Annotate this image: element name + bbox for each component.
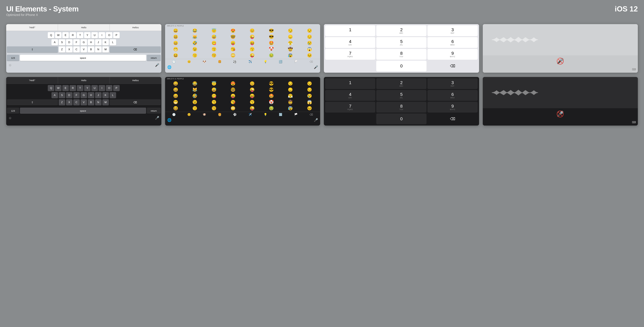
emoji-cell[interactable]: 🤩 <box>262 40 281 46</box>
key-space[interactable]: space <box>20 55 146 61</box>
dark-key-f[interactable]: F <box>73 92 80 98</box>
cat-flag-icon[interactable]: 🏳️ <box>294 60 298 64</box>
key-p[interactable]: P <box>113 32 120 38</box>
dark-key-n[interactable]: N <box>95 99 102 106</box>
key-b[interactable]: B <box>88 46 94 52</box>
key-t[interactable]: T <box>77 32 83 38</box>
dark-key-a[interactable]: A <box>52 92 58 98</box>
emoji-cell[interactable]: 😳 <box>224 52 242 58</box>
globe-icon-light[interactable]: 🌐 <box>167 65 172 69</box>
cat-activity-icon[interactable]: ⚽ <box>233 60 236 64</box>
cat-symbol-icon[interactable]: 🔣 <box>279 60 282 64</box>
dark-key-x[interactable]: X <box>66 99 72 106</box>
key-d[interactable]: D <box>66 39 72 46</box>
dial-key-9[interactable]: 9 WXYZ <box>428 49 478 60</box>
emoji-cell-d[interactable]: 😜 <box>243 105 262 111</box>
emoji-cell-d[interactable]: 😁 <box>166 99 185 105</box>
dark-key-i[interactable]: I <box>99 85 105 91</box>
autocomplete-item-dark-1[interactable]: "Helli" <box>6 77 58 84</box>
autocomplete-item-3[interactable]: Hellos <box>110 24 162 31</box>
dark-key-t[interactable]: T <box>77 85 83 91</box>
dark-cat-object-icon[interactable]: 💡 <box>264 113 267 116</box>
emoji-cell-d[interactable]: 😒 <box>300 80 319 86</box>
dark-key-l[interactable]: L <box>110 92 116 98</box>
emoji-cell-d[interactable]: 😞 <box>281 87 300 92</box>
cat-recent-icon[interactable]: 🕐 <box>172 60 176 64</box>
dark-key-c[interactable]: C <box>73 99 80 106</box>
key-e[interactable]: E <box>62 32 69 38</box>
key-j[interactable]: J <box>95 39 102 46</box>
keyboard-icon-dark[interactable]: ⌨ <box>632 120 636 124</box>
dark-key-return[interactable]: return <box>147 108 161 114</box>
globe-icon-dark[interactable]: 🌐 <box>167 118 172 122</box>
key-s[interactable]: S <box>59 39 65 46</box>
emoji-cell-d[interactable]: 🤓 <box>224 87 242 92</box>
key-i[interactable]: I <box>99 32 105 38</box>
cat-food-icon[interactable]: 🍔 <box>218 60 221 64</box>
emoji-cell-d[interactable]: 🤣 <box>185 93 204 99</box>
dial-key-5[interactable]: 5 JKL <box>376 37 426 48</box>
emoji-cell[interactable]: 🤡 <box>262 46 281 52</box>
emoji-cell-d[interactable]: 😉 <box>185 99 204 105</box>
dark-key-k[interactable]: K <box>102 92 109 98</box>
key-r[interactable]: R <box>70 32 76 38</box>
mic-muted-icon-dark[interactable]: 🎤🚫 <box>557 111 564 117</box>
dark-dial-key-2[interactable]: 2 ABC <box>376 78 426 89</box>
keyboard-icon-light[interactable]: ⌨ <box>632 68 636 71</box>
key-y[interactable]: Y <box>84 32 90 38</box>
autocomplete-item-dark-3[interactable]: Hellos <box>110 77 162 84</box>
key-v[interactable]: V <box>80 46 87 52</box>
emoji-cell-d[interactable]: 🤠 <box>281 99 300 105</box>
emoji-cell[interactable]: 😔 <box>300 34 319 40</box>
dark-dial-key-6[interactable]: 6 MNO <box>428 90 478 101</box>
mic-icon-emoji-light[interactable]: 🎤 <box>314 65 318 69</box>
cat-smiley-icon[interactable]: 😊 <box>187 60 191 64</box>
emoji-cell[interactable]: 😱 <box>300 46 319 52</box>
emoji-cell[interactable]: 😅 <box>204 34 223 40</box>
emoji-cell[interactable]: 😊 <box>243 28 262 34</box>
dial-key-delete[interactable]: ⌫ <box>428 60 478 72</box>
dark-cat-flag-icon[interactable]: 🏳️ <box>294 113 298 116</box>
dark-key-b[interactable]: B <box>88 99 94 106</box>
dark-key-p[interactable]: P <box>113 85 120 91</box>
emoji-cell[interactable]: 🤣 <box>185 40 204 46</box>
dial-key-1[interactable]: 1 <box>325 25 375 36</box>
emoji-cell-d[interactable]: 😣 <box>300 105 319 111</box>
dark-cat-food-icon[interactable]: 🍔 <box>218 113 221 116</box>
dial-key-3[interactable]: 3 DEF <box>428 25 478 36</box>
emoji-cell[interactable]: 😙 <box>185 52 204 58</box>
emoji-cell-d[interactable]: 😂 <box>185 80 204 86</box>
emoji-cell[interactable]: 😝 <box>243 40 262 46</box>
dark-cat-travel-icon[interactable]: ✈️ <box>248 113 252 116</box>
emoji-cell[interactable]: 😣 <box>300 52 319 58</box>
emoji-cell-d[interactable]: 😔 <box>300 87 319 92</box>
dark-key-v[interactable]: V <box>80 99 87 106</box>
key-w[interactable]: W <box>55 32 62 38</box>
emoji-cell-d[interactable]: 😍 <box>224 80 242 86</box>
key-a[interactable]: A <box>52 39 58 46</box>
emoji-cell-d[interactable]: 😜 <box>243 87 262 92</box>
emoji-cell-d[interactable]: 😎 <box>262 80 281 86</box>
key-n[interactable]: N <box>95 46 102 52</box>
dark-key-d[interactable]: D <box>66 92 72 98</box>
dial-key-8[interactable]: 8 TUV <box>376 49 426 60</box>
dark-cat-symbol-icon[interactable]: 🔣 <box>279 113 282 116</box>
dark-key-o[interactable]: O <box>106 85 112 91</box>
dark-cat-delete-icon[interactable]: ⌫ <box>310 113 313 116</box>
dark-dial-key-8[interactable]: 8 TUV <box>376 102 426 112</box>
key-f[interactable]: F <box>73 39 80 46</box>
autocomplete-item-dark-2[interactable]: Hello <box>58 77 110 84</box>
dark-key-r[interactable]: R <box>70 85 76 91</box>
dark-dial-key-7[interactable]: 7 PQRS <box>325 102 375 112</box>
key-return[interactable]: return <box>147 55 161 61</box>
dark-key-m[interactable]: M <box>102 99 109 106</box>
emoji-cell-d[interactable]: 😘 <box>224 99 242 105</box>
emoji-cell-d[interactable]: 😚 <box>204 105 223 111</box>
mic-icon[interactable]: 🎤 <box>155 63 159 67</box>
emoji-cell-d[interactable]: 😆 <box>166 105 185 111</box>
dark-cat-recent-icon[interactable]: 🕐 <box>172 113 176 116</box>
dark-key-space[interactable]: space <box>20 108 146 114</box>
emoji-cell-d[interactable]: 😊 <box>243 80 262 86</box>
emoji-cell[interactable]: 🤓 <box>224 34 242 40</box>
dial-key-6[interactable]: 6 MNO <box>428 37 478 48</box>
